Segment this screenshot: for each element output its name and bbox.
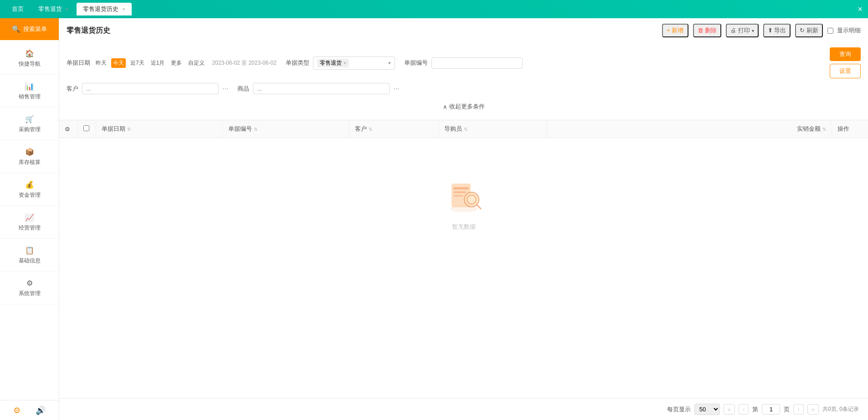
show-detail-checkbox[interactable] xyxy=(827,28,833,34)
select-all-checkbox[interactable] xyxy=(83,125,89,131)
th-customer[interactable]: 客户 ⇅ xyxy=(349,120,439,138)
page-input[interactable] xyxy=(762,404,780,415)
type-filter-label: 单据类型 xyxy=(286,59,309,67)
window-close-icon[interactable]: × xyxy=(858,5,863,14)
print-button[interactable]: 🖨 打印 ▾ xyxy=(726,24,759,37)
shortcut-custom[interactable]: 自定义 xyxy=(186,58,206,68)
basic-info-icon: 📋 xyxy=(25,245,35,255)
tab-home[interactable]: 首页 xyxy=(5,3,30,15)
th-guide[interactable]: 导购员 ⇅ xyxy=(439,120,547,138)
type-select-chevron: ▾ xyxy=(388,60,391,66)
per-page-label: 每页显示 xyxy=(667,405,691,414)
inventory-icon: 📦 xyxy=(25,147,35,157)
sidebar-item-basic-info[interactable]: 📋 基础信息 xyxy=(0,239,59,271)
shortcut-more[interactable]: 更多 xyxy=(169,58,184,68)
sidebar-search[interactable]: 🔍 搜索菜单 xyxy=(0,18,59,40)
gear-settings-icon[interactable]: ⚙ xyxy=(65,126,70,133)
th-guide-sort-icon: ⇅ xyxy=(464,127,467,132)
sidebar-item-finance[interactable]: 💰 资金管理 xyxy=(0,173,59,206)
sidebar-item-system[interactable]: ⚙ 系统管理 xyxy=(0,271,59,304)
type-tag-label: 零售退货 xyxy=(320,59,342,67)
query-button[interactable]: 查询 xyxy=(830,47,861,61)
prev-page-button[interactable]: ‹ xyxy=(739,404,749,415)
customer-more-icon[interactable]: ··· xyxy=(222,85,228,93)
customer-filter: 客户 ··· xyxy=(67,83,228,94)
tab-retail-return-label: 零售退货 xyxy=(38,5,62,13)
sidebar-item-purchase[interactable]: 🛒 采购管理 xyxy=(0,108,59,140)
goods-more-icon[interactable]: ··· xyxy=(393,85,399,93)
sidebar: 🔍 搜索菜单 🏠 快捷导航 📊 销售管理 🛒 采购管理 📦 库存核算 💰 xyxy=(0,18,59,420)
print-button-label: 🖨 打印 xyxy=(730,26,750,35)
shortcut-yesterday[interactable]: 昨天 xyxy=(94,58,108,68)
export-button[interactable]: ⬆ 导出 xyxy=(763,24,791,37)
per-page-select[interactable]: 50 100 200 xyxy=(694,404,720,415)
sidebar-item-quick-nav-label: 快捷导航 xyxy=(19,60,41,68)
sales-icon: 📊 xyxy=(25,81,35,91)
sidebar-item-sales[interactable]: 📊 销售管理 xyxy=(0,75,59,108)
type-tag-retail-return: 零售退货 × xyxy=(317,59,349,67)
th-gear[interactable]: ⚙ xyxy=(59,120,77,138)
delete-button[interactable]: 🗑 删除 xyxy=(693,24,722,37)
goods-filter-label: 商品 xyxy=(237,85,249,93)
refresh-button[interactable]: ↻ 刷新 xyxy=(795,24,823,37)
sidebar-item-sales-label: 销售管理 xyxy=(19,93,41,101)
shortcut-7days[interactable]: 近7天 xyxy=(128,58,146,68)
th-checkbox[interactable] xyxy=(77,120,96,138)
th-actions-label: 操作 xyxy=(837,125,849,132)
empty-state: 暂无数据 xyxy=(59,138,868,267)
sidebar-item-quick-nav[interactable]: 🏠 快捷导航 xyxy=(0,42,59,75)
tab-retail-return-history[interactable]: 零售退货历史 × xyxy=(77,3,131,15)
sidebar-bottom: ⚙ 🔊 xyxy=(0,400,59,420)
th-date[interactable]: 单据日期 ⇅ xyxy=(96,120,222,138)
th-date-sort-icon: ⇅ xyxy=(127,127,131,132)
refresh-button-label: ↻ 刷新 xyxy=(800,26,818,35)
show-detail-toggle[interactable]: 显示明细 xyxy=(827,26,861,35)
th-no[interactable]: 单据编号 ⇅ xyxy=(222,120,349,138)
shortcut-1month[interactable]: 近1月 xyxy=(149,58,167,68)
th-date-label: 单据日期 xyxy=(102,125,125,133)
setting-button[interactable]: 设置 xyxy=(830,64,861,78)
finance-icon: 💰 xyxy=(25,179,35,190)
date-filter-label: 单据日期 xyxy=(67,59,90,67)
toolbar: + 新增 🗑 删除 🖨 打印 ▾ ⬆ 导出 ↻ 刷新 xyxy=(662,24,861,37)
sidebar-item-system-label: 系统管理 xyxy=(19,290,41,297)
sidebar-item-finance-label: 资金管理 xyxy=(19,191,41,199)
type-tag-remove[interactable]: × xyxy=(344,60,346,66)
collapse-button-label: 收起更多条件 xyxy=(449,102,485,111)
empty-icon xyxy=(443,174,484,215)
type-select[interactable]: 零售退货 × ▾ xyxy=(313,56,395,70)
sidebar-nav: 🏠 快捷导航 📊 销售管理 🛒 采购管理 📦 库存核算 💰 资金管理 📈 xyxy=(0,40,59,400)
total-info: 共0页, 0条记录 xyxy=(822,405,859,413)
customer-input[interactable] xyxy=(82,83,219,94)
last-page-button[interactable]: » xyxy=(807,404,819,415)
shortcut-today[interactable]: 今天 xyxy=(111,58,126,68)
th-amount[interactable]: 实销金额 ⇅ xyxy=(547,120,832,138)
new-button-label: + 新增 xyxy=(667,26,683,35)
tab-retail-return-history-label: 零售退货历史 xyxy=(83,5,118,13)
sidebar-item-operations[interactable]: 📈 经营管理 xyxy=(0,206,59,239)
collapse-button[interactable]: ∧ 收起更多条件 xyxy=(437,101,490,113)
page-title-row: 零售退货历史 + 新增 🗑 删除 🖨 打印 ▾ ⬆ 导出 xyxy=(67,24,861,37)
pagination-bar: 每页显示 50 100 200 « ‹ 第 页 › » 共0页, 0条记录 xyxy=(59,398,868,420)
main-layout: 🔍 搜索菜单 🏠 快捷导航 📊 销售管理 🛒 采购管理 📦 库存核算 💰 xyxy=(0,18,868,420)
system-icon: ⚙ xyxy=(25,278,35,288)
tab-retail-return[interactable]: 零售退货 × xyxy=(32,3,75,15)
search-icon: 🔍 xyxy=(12,25,21,33)
collapse-up-icon: ∧ xyxy=(443,103,447,110)
voucher-no-filter: 单据编号 xyxy=(404,57,523,69)
first-page-button[interactable]: « xyxy=(724,404,735,415)
tab-retail-return-history-close[interactable]: × xyxy=(122,6,125,12)
new-button[interactable]: + 新增 xyxy=(662,24,688,37)
settings-gear-icon[interactable]: ⚙ xyxy=(13,405,21,415)
filter-collapse-row: ∧ 收起更多条件 xyxy=(67,99,861,116)
next-page-button[interactable]: › xyxy=(793,404,803,415)
setting-button-label: 设置 xyxy=(839,67,851,74)
th-amount-sort-icon: ⇅ xyxy=(822,127,826,132)
sidebar-item-inventory[interactable]: 📦 库存核算 xyxy=(0,140,59,173)
top-bar: 首页 零售退货 × 零售退货历史 × × xyxy=(0,0,868,18)
date-filter: 单据日期 昨天 今天 近7天 近1月 更多 自定义 2023-06-02 至 2… xyxy=(67,58,277,68)
voucher-no-input[interactable] xyxy=(431,57,523,69)
tab-retail-return-close[interactable]: × xyxy=(66,6,68,12)
volume-icon[interactable]: 🔊 xyxy=(36,405,46,415)
goods-input[interactable] xyxy=(253,83,390,94)
